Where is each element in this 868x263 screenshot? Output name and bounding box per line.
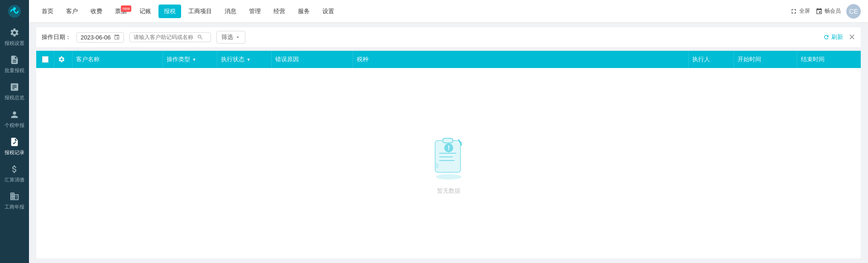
toolbar-right: 刷新 ✕ bbox=[823, 33, 855, 41]
th-customer-name: 客户名称 bbox=[72, 51, 163, 68]
baoshui-zonlan-icon bbox=[8, 81, 21, 93]
svg-point-1 bbox=[13, 7, 16, 10]
member-button[interactable]: 畅会员 bbox=[815, 7, 841, 15]
th-end-time: 结束时间 bbox=[797, 51, 861, 68]
th-exec-status[interactable]: 执行状态 ▼ bbox=[217, 51, 272, 68]
topnav: 首页 客户 收费 票据 new 记账 报税 工商项目 消息 管理 经营 服务 设… bbox=[29, 0, 868, 23]
toolbar: 操作日期： 2023-06-06 筛选 bbox=[36, 27, 861, 47]
sidebar-item-baoshui-jilu[interactable]: 报税记录 bbox=[0, 132, 29, 159]
calendar-icon bbox=[114, 34, 120, 40]
settings-icon bbox=[58, 56, 65, 63]
avatar[interactable]: CE bbox=[846, 4, 861, 19]
table-header: 客户名称 操作类型 ▼ 执行状态 ▼ 错误原因 税种 执行人 bbox=[36, 51, 861, 68]
th-executor: 执行人 bbox=[689, 51, 734, 68]
empty-illustration: ! bbox=[426, 132, 471, 181]
member-icon bbox=[815, 8, 823, 15]
nav-item-guanli[interactable]: 管理 bbox=[244, 5, 266, 18]
search-icon bbox=[197, 34, 203, 40]
svg-text:!: ! bbox=[447, 144, 450, 151]
nav-item-shouye[interactable]: 首页 bbox=[36, 5, 59, 18]
refresh-label: 刷新 bbox=[831, 33, 843, 41]
gongshang-nianbao-icon bbox=[8, 190, 21, 203]
fullscreen-icon bbox=[790, 8, 797, 15]
filter-button[interactable]: 筛选 bbox=[216, 31, 245, 44]
topnav-right: 全屏 畅会员 CE bbox=[790, 4, 861, 19]
main-area: 首页 客户 收费 票据 new 记账 报税 工商项目 消息 管理 经营 服务 设… bbox=[29, 0, 868, 263]
search-box[interactable] bbox=[129, 32, 211, 42]
nav-item-shezhi[interactable]: 设置 bbox=[317, 5, 340, 18]
nav-item-fuwu[interactable]: 服务 bbox=[293, 5, 315, 18]
nav-item-piao[interactable]: 票据 new bbox=[110, 5, 132, 18]
sidebar-item-huisuan-jiaona[interactable]: 汇算清缴 bbox=[0, 159, 29, 186]
search-input[interactable] bbox=[134, 34, 197, 40]
th-checkbox[interactable] bbox=[36, 51, 54, 68]
fullscreen-button[interactable]: 全屏 bbox=[790, 7, 810, 15]
th-error-reason: 错误原因 bbox=[272, 51, 353, 68]
table-body: ! 暂无数据 bbox=[36, 68, 861, 258]
sidebar-item-piliang-baoshui[interactable]: 批量报税 bbox=[0, 50, 29, 77]
table-container: 客户名称 操作类型 ▼ 执行状态 ▼ 错误原因 税种 执行人 bbox=[36, 51, 861, 258]
nav-item-xinxi[interactable]: 消息 bbox=[219, 5, 242, 18]
nav-item-ji[interactable]: 记账 bbox=[134, 5, 157, 18]
huisuan-jiaona-icon bbox=[8, 163, 21, 175]
baoshui-jilu-icon bbox=[8, 136, 21, 148]
filter-label: 筛选 bbox=[221, 33, 233, 41]
empty-text: 暂无数据 bbox=[437, 187, 460, 195]
select-all-checkbox[interactable] bbox=[42, 56, 48, 63]
th-operation-type[interactable]: 操作类型 ▼ bbox=[163, 51, 217, 68]
svg-rect-5 bbox=[443, 139, 452, 142]
th-start-time: 开始时间 bbox=[734, 51, 797, 68]
sidebar-item-geshui-shenbao[interactable]: 个税申报 bbox=[0, 105, 29, 132]
piliang-baoshui-icon bbox=[8, 54, 21, 66]
th-settings bbox=[54, 51, 72, 68]
svg-point-13 bbox=[435, 163, 439, 168]
close-button[interactable]: ✕ bbox=[849, 33, 855, 41]
sort-icon-status: ▼ bbox=[246, 57, 251, 62]
sort-icon-operation: ▼ bbox=[192, 57, 197, 62]
refresh-button[interactable]: 刷新 bbox=[823, 33, 843, 41]
logo bbox=[0, 0, 29, 23]
nav-item-kehu[interactable]: 客户 bbox=[61, 5, 83, 18]
new-badge: new bbox=[121, 5, 131, 12]
date-picker[interactable]: 2023-06-06 bbox=[77, 32, 124, 43]
nav-item-shoufe[interactable]: 收费 bbox=[85, 5, 108, 18]
geshui-shenbao-icon bbox=[8, 108, 21, 121]
sidebar-item-gongshang-nianbao[interactable]: 工商年报 bbox=[0, 186, 29, 214]
date-value: 2023-06-06 bbox=[81, 34, 111, 41]
baoshui-shezhi-icon bbox=[8, 26, 21, 39]
sidebar-item-baoshui-zonlan[interactable]: 报税总览 bbox=[0, 77, 29, 104]
refresh-icon bbox=[823, 34, 830, 40]
nav-item-baoshui[interactable]: 报税 bbox=[158, 5, 181, 18]
sidebar-item-baoshui-shezhi[interactable]: 报税设置 bbox=[0, 23, 29, 50]
sidebar: 报税设置 批量报税 报税总览 个税申报 报税记录 bbox=[0, 0, 29, 263]
th-tax-type: 税种 bbox=[353, 51, 689, 68]
chevron-down-icon bbox=[235, 34, 240, 40]
content: 操作日期： 2023-06-06 筛选 bbox=[29, 23, 868, 263]
date-label: 操作日期： bbox=[42, 33, 71, 41]
nav-items: 首页 客户 收费 票据 new 记账 报税 工商项目 消息 管理 经营 服务 设… bbox=[36, 5, 790, 18]
empty-state: ! 暂无数据 bbox=[426, 132, 471, 195]
nav-item-jingying[interactable]: 经营 bbox=[268, 5, 291, 18]
svg-point-2 bbox=[436, 174, 461, 180]
nav-item-gongshang[interactable]: 工商项目 bbox=[183, 5, 217, 18]
